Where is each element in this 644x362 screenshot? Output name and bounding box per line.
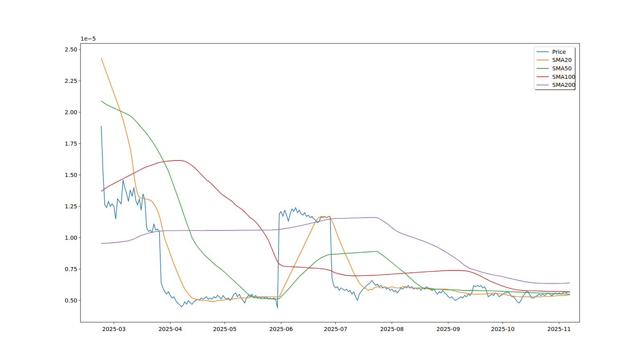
series-lines bbox=[101, 58, 570, 308]
y-tick-label: 0.50 bbox=[65, 297, 77, 304]
legend-label-price: Price bbox=[552, 49, 566, 55]
chart-figure: 1e−5 2025-032025-042025-052025-062025-07… bbox=[0, 0, 644, 362]
legend: PriceSMA20SMA50SMA100SMA200 bbox=[534, 47, 576, 90]
series-line-price bbox=[101, 126, 570, 308]
series-line-sma200 bbox=[101, 218, 570, 284]
y-tick-label: 0.75 bbox=[65, 266, 77, 272]
x-tick-label: 2025-03 bbox=[102, 326, 126, 332]
legend-label-sma20: SMA20 bbox=[552, 57, 572, 63]
legend-label-sma200: SMA200 bbox=[552, 82, 575, 88]
y-tick-label: 1.75 bbox=[65, 140, 77, 147]
legend-label-sma100: SMA100 bbox=[552, 74, 575, 80]
x-axis: 2025-032025-042025-052025-062025-072025-… bbox=[102, 322, 571, 332]
x-tick-label: 2025-11 bbox=[547, 326, 571, 332]
x-tick-label: 2025-10 bbox=[491, 326, 515, 332]
x-tick-label: 2025-09 bbox=[436, 326, 460, 332]
x-tick-label: 2025-06 bbox=[269, 326, 293, 332]
y-tick-label: 2.50 bbox=[65, 46, 77, 53]
x-tick-label: 2025-04 bbox=[159, 326, 182, 332]
y-tick-label: 1.50 bbox=[65, 172, 77, 178]
figure: 1e−5 2025-032025-042025-052025-062025-07… bbox=[0, 0, 644, 362]
y-tick-label: 2.00 bbox=[65, 109, 77, 115]
x-tick-label: 2025-08 bbox=[380, 326, 404, 332]
x-tick-label: 2025-05 bbox=[213, 326, 237, 332]
y-axis-offset-label: 1e−5 bbox=[80, 35, 96, 42]
plot-area-border bbox=[80, 43, 580, 322]
legend-label-sma50: SMA50 bbox=[552, 65, 572, 72]
y-tick-label: 1.00 bbox=[65, 234, 77, 241]
y-axis: 0.500.751.001.251.501.752.002.252.50 bbox=[65, 46, 80, 304]
x-tick-label: 2025-07 bbox=[324, 326, 347, 332]
series-line-sma50 bbox=[101, 101, 570, 299]
y-tick-label: 1.25 bbox=[65, 203, 77, 210]
y-tick-label: 2.25 bbox=[65, 78, 77, 84]
